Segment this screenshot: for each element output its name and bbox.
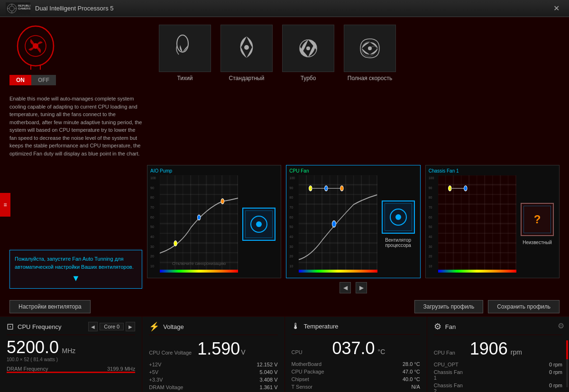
- svg-point-29: [340, 186, 344, 191]
- turbo-label: Турбо: [301, 75, 316, 82]
- fan-row: Chassis Fan 10 rpm: [434, 368, 562, 382]
- fan-mode-standard[interactable]: Стандартный: [218, 25, 275, 82]
- voltage-row-label: +12V: [149, 362, 196, 367]
- fan-row-label: Chassis Fan 1: [434, 369, 467, 381]
- temp-main-label: CPU: [292, 349, 330, 355]
- voltage-row: +12V12.152 V: [149, 361, 277, 368]
- fan-mode-fullspeed[interactable]: Полная скорость: [341, 25, 398, 82]
- status-bar: ⊡ CPU Frequency ◀ Core 0 ▶ 5200.0 MHz 10…: [0, 316, 569, 392]
- temp-row-value: 40.0 °C: [403, 376, 420, 382]
- fan-panel-title: Fan: [445, 323, 456, 330]
- silent-label: Тихий: [177, 75, 193, 82]
- voltage-row-value: 3.408 V: [260, 377, 278, 383]
- on-button[interactable]: ON: [9, 75, 31, 85]
- voltage-panel: ⚡ Voltage CPU Core Voltage 1.590 V +12V1…: [142, 317, 284, 392]
- temp-main-unit: °C: [378, 348, 385, 356]
- off-button[interactable]: OFF: [31, 75, 56, 85]
- rog-logo: REPUBLIC OF GAMERS: [6, 2, 30, 15]
- fullspeed-icon-box: [344, 25, 396, 72]
- charts-area: AIO Pump 10090807060 5040302010: [147, 165, 560, 293]
- voltage-row: DRAM Voltage1.361 V: [149, 383, 277, 391]
- cpu-y-axis: 10090807060 5040302010: [289, 175, 297, 273]
- chassis-chart-color-bar: [438, 270, 516, 273]
- middle-section: Пожалуйста, запустите Fan Auto Tunning д…: [0, 161, 569, 297]
- dram-freq-row: DRAM Frequency 3199.9 MHz: [7, 366, 135, 372]
- cpu-freq-sub: 100.0 × 52 ( 81.4 watts ): [7, 357, 135, 362]
- chart-prev-button[interactable]: ◀: [340, 282, 351, 293]
- svg-text:REPUBLIC OF: REPUBLIC OF: [18, 4, 30, 7]
- temp-row-label: CPU Package: [292, 369, 330, 374]
- fan-mode-silent[interactable]: Тихий: [156, 25, 213, 82]
- voltage-row: +5V5.040 V: [149, 368, 277, 376]
- cpu-freq-prev[interactable]: ◀: [88, 322, 98, 331]
- svg-rect-19: [160, 175, 238, 273]
- temp-row-label: MotherBoard: [292, 361, 330, 367]
- temp-header: 🌡 Temperature: [292, 321, 420, 335]
- scrollbar-thumb[interactable]: [566, 340, 568, 359]
- gear-button[interactable]: ⚙: [558, 321, 564, 330]
- voltage-row-label: DRAM Voltage: [149, 384, 196, 390]
- chassis-fan1-graph[interactable]: [438, 175, 516, 273]
- fan-main-label: CPU Fan: [434, 350, 467, 356]
- cpu-freq-unit: MHz: [62, 347, 76, 355]
- chassis-y-axis: 10090807060 5040302010: [429, 175, 436, 273]
- fan-3d-box-chassis: ?: [521, 203, 554, 236]
- fan-settings-button[interactable]: Настройки вентилятора: [9, 300, 91, 313]
- voltage-row-value: 5.040 V: [260, 369, 278, 375]
- chart-next-button[interactable]: ▶: [356, 282, 367, 293]
- cpu-fan-3d-label: Вентилятор процессора: [379, 237, 417, 248]
- fan-row-value: 0 rpm: [549, 383, 562, 392]
- ai-icon-area: ON OFF: [9, 25, 142, 90]
- temp-row-label: Chipset: [292, 376, 330, 382]
- main-content: ≡: [0, 17, 569, 392]
- voltage-row-value: 12.152 V: [257, 362, 277, 367]
- fan-modes-row: ON OFF Enable this mode will auto-manage…: [9, 25, 560, 157]
- fan-mode-turbo[interactable]: Турбо: [280, 25, 337, 82]
- cpu-icon: ⊡: [7, 321, 14, 332]
- unknown-icon: ?: [534, 213, 541, 226]
- close-button[interactable]: ✕: [550, 3, 563, 14]
- temp-title: Temperature: [304, 323, 339, 330]
- menu-icon: ≡: [3, 201, 7, 208]
- cpu-freq-nav: ◀ Core 0 ▶: [88, 322, 135, 331]
- overlay-text: Отключите синхронизацию: [172, 261, 226, 266]
- temp-row-value: 47.0 °C: [403, 369, 420, 374]
- fan-main-row: CPU Fan 1906 rpm: [434, 339, 562, 359]
- chassis-fan1-3d-icon: ? Неизвестный: [518, 175, 556, 273]
- fan-circle-cpu: [390, 209, 407, 226]
- side-nav-handle[interactable]: ≡: [0, 193, 10, 217]
- voltage-rows: +12V12.152 V+5V5.040 V+3.3V3.408 VDRAM V…: [149, 361, 277, 391]
- fan-row-value: 0 rpm: [549, 362, 562, 367]
- svg-point-20: [174, 241, 177, 246]
- fan-inner-aio: [256, 221, 262, 227]
- fan-header: ⚙ Fan ⚙: [434, 321, 562, 335]
- save-profile-button[interactable]: Сохранить профиль: [488, 300, 560, 313]
- bottom-buttons-row: Настройки вентилятора Загрузить профиль …: [0, 297, 569, 316]
- fan-charts-row: AIO Pump 10090807060 5040302010: [147, 165, 560, 278]
- temp-row: T SensorN/A: [292, 383, 420, 391]
- aio-pump-title: AIO Pump: [150, 168, 278, 173]
- voltage-icon: ⚡: [149, 321, 159, 332]
- voltage-row-label: +5V: [149, 369, 196, 375]
- cpu-fan-chart: CPU Fan 10090807060 5040302010: [286, 165, 420, 278]
- temp-row: CPU Package47.0 °C: [292, 368, 420, 375]
- load-profile-button[interactable]: Загрузить профиль: [414, 300, 484, 313]
- chassis-fan1-chart: Chassis Fan 1 10090807060 5040302010: [425, 165, 560, 278]
- left-info-panel: Пожалуйста, запустите Fan Auto Tunning д…: [9, 165, 142, 293]
- svg-point-24: [332, 221, 336, 228]
- temp-row-label: T Sensor: [292, 384, 330, 390]
- svg-point-22: [221, 199, 224, 204]
- fan-circle-aio: [250, 216, 267, 233]
- fan-main-value: 1906: [470, 339, 508, 359]
- fan-row-label: Chassis Fan 2: [434, 383, 467, 392]
- cpu-fan-graph[interactable]: [299, 175, 377, 273]
- chassis-fan1-chart-inner: 10090807060 5040302010: [429, 175, 556, 273]
- scrollbar-track: [566, 340, 568, 387]
- ai-head-icon: [9, 25, 62, 72]
- cpu-fan-title: CPU Fan: [289, 168, 417, 173]
- temp-row-value: N/A: [411, 384, 420, 390]
- svg-point-33: [464, 186, 467, 191]
- aio-pump-graph[interactable]: Отключите синхронизацию: [160, 175, 238, 273]
- cpu-freq-next[interactable]: ▶: [126, 322, 135, 331]
- fan-row-label: CPU_OPT: [434, 362, 467, 367]
